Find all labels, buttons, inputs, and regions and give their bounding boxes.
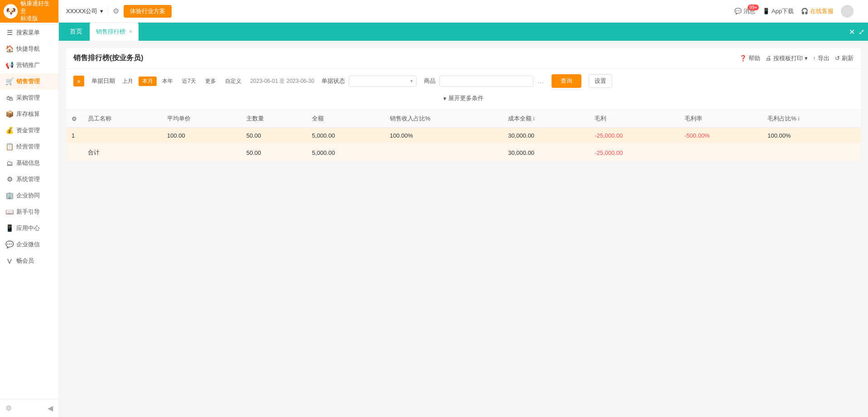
trial-btn[interactable]: 体验行业方案 bbox=[124, 5, 172, 18]
content: 销售排行榜(按业务员) ❓ 帮助 🖨 按模板打印 ▾ ↑ 导出 bbox=[59, 41, 868, 417]
tab-close-icon[interactable]: × bbox=[129, 29, 132, 35]
date-tabs: 上月 本月 本年 近7天 更多 自定义 bbox=[119, 77, 245, 86]
msg-badge: 99+ bbox=[748, 5, 759, 10]
sidebar-item-member[interactable]: V 畅会员 bbox=[0, 253, 58, 269]
topbar-right: 💬 消息 99+ 📱 App下载 🎧 在线客服 bbox=[734, 5, 861, 18]
service-icon: 🎧 bbox=[801, 8, 808, 14]
profit-ratio-info-icon[interactable]: ℹ bbox=[798, 116, 800, 122]
print-btn[interactable]: 🖨 按模板打印 ▾ bbox=[766, 54, 808, 62]
tab-sales-ranking[interactable]: 销售排行榜 × bbox=[90, 23, 139, 41]
cell-profit-0: -25,000.00 bbox=[589, 128, 679, 144]
sidebar-item-quick-nav[interactable]: 🏠 快捷导航 bbox=[0, 41, 58, 57]
col-settings: ⚙ bbox=[66, 110, 82, 128]
footer-profit-rate bbox=[679, 144, 762, 162]
expand-more-btn[interactable]: ▾ 展开更多条件 bbox=[440, 92, 487, 104]
msg-icon: 💬 bbox=[734, 8, 742, 14]
refresh-btn[interactable]: ↺ 刷新 bbox=[835, 54, 854, 62]
date-tab-this-month[interactable]: 本月 bbox=[139, 77, 157, 86]
sidebar-label-wechat: 企业微信 bbox=[16, 240, 40, 249]
footer-profit-ratio bbox=[762, 144, 861, 162]
filter-area: » 单据日期 上月 本月 本年 近7天 更多 自定义 2023-06-01 至 … bbox=[66, 69, 861, 110]
date-tab-this-year[interactable]: 本年 bbox=[158, 77, 177, 86]
sidebar-label-sales: 销售管理 bbox=[16, 77, 40, 86]
sidebar-label-enterprise: 企业协同 bbox=[16, 192, 40, 200]
sidebar-label-operations: 经营管理 bbox=[16, 143, 40, 151]
goods-input[interactable] bbox=[439, 76, 533, 87]
sidebar-icon-member: V bbox=[5, 257, 14, 265]
help-btn[interactable]: ❓ 帮助 bbox=[739, 54, 760, 62]
tab-home[interactable]: 首页 bbox=[62, 23, 90, 41]
sidebar-item-purchase[interactable]: 🛍 采购管理 bbox=[0, 90, 58, 106]
settings-btn[interactable]: 设置 bbox=[589, 74, 612, 88]
sidebar-item-inventory[interactable]: 📦 库存核算 bbox=[0, 106, 58, 122]
logo-icon: 🐶 bbox=[4, 4, 18, 19]
col-sales-ratio: 销售收入占比% bbox=[384, 110, 503, 128]
col-profit-ratio: 毛利占比%ℹ bbox=[762, 110, 861, 128]
export-btn[interactable]: ↑ 导出 bbox=[813, 54, 830, 62]
main: XXXXX公司 ▾ ⚙ 体验行业方案 💬 消息 99+ 📱 App下载 🎧 在线… bbox=[59, 0, 868, 417]
table-footer-row: 合计 50.00 5,000.00 30,000.00 -25,000.00 bbox=[66, 144, 861, 162]
sidebar-item-search-order[interactable]: ☰ 搜索菜单 bbox=[0, 24, 58, 41]
cost-info-icon[interactable]: ℹ bbox=[533, 116, 535, 122]
sidebar-icon-guide: 📖 bbox=[5, 208, 14, 216]
goods-ellipsis-btn[interactable]: … bbox=[537, 77, 544, 85]
cell-avg-price-0: 100.00 bbox=[162, 128, 241, 144]
sidebar-item-finance[interactable]: 💰 资金管理 bbox=[0, 122, 58, 139]
sidebar-label-marketing: 营销推广 bbox=[16, 61, 40, 69]
collapse-icon[interactable]: ◀ bbox=[48, 404, 53, 412]
date-tab-prev-month[interactable]: 上月 bbox=[119, 77, 137, 86]
filter-collapse-btn[interactable]: » bbox=[73, 76, 84, 86]
cell-qty-0: 50.00 bbox=[241, 128, 307, 144]
sidebar-item-base-info[interactable]: 🗂 基础信息 bbox=[0, 155, 58, 171]
sidebar-icon-enterprise: 🏢 bbox=[5, 192, 14, 200]
query-btn[interactable]: 查询 bbox=[551, 74, 581, 88]
cell-sales-ratio-0: 100.00% bbox=[384, 128, 503, 144]
table-row: 1 100.00 50.00 5,000.00 100.00% 30,000.0… bbox=[66, 128, 861, 144]
date-tab-custom[interactable]: 自定义 bbox=[221, 77, 245, 86]
status-select-wrap bbox=[349, 76, 417, 87]
footer-profit: -25,000.00 bbox=[589, 144, 679, 162]
sidebar-item-app-center[interactable]: 📱 应用中心 bbox=[0, 220, 58, 236]
cell-cost-0: 30,000.00 bbox=[503, 128, 589, 144]
date-tab-more[interactable]: 更多 bbox=[201, 77, 220, 86]
sidebar-bottom: ⚙ ◀ bbox=[0, 399, 58, 417]
company-selector[interactable]: XXXXX公司 ▾ bbox=[66, 7, 103, 15]
col-profit-rate: 毛利率 bbox=[679, 110, 762, 128]
topbar-divider bbox=[108, 7, 108, 16]
company-dropdown-icon: ▾ bbox=[100, 8, 103, 14]
sidebar-item-system[interactable]: ⚙ 系统管理 bbox=[0, 171, 58, 187]
date-tab-last7[interactable]: 近7天 bbox=[178, 77, 200, 86]
sidebar-item-guide[interactable]: 📖 新手引导 bbox=[0, 204, 58, 220]
tabbar-right: ✕ ⤢ bbox=[849, 28, 864, 36]
sidebar-label-quick-nav: 快捷导航 bbox=[16, 45, 40, 53]
cell-rank-0: 1 bbox=[66, 128, 82, 144]
msg-btn[interactable]: 💬 消息 99+ bbox=[734, 7, 755, 15]
topbar-settings-icon[interactable]: ⚙ bbox=[113, 7, 119, 15]
cell-amount-0: 5,000.00 bbox=[307, 128, 384, 144]
online-service-btn[interactable]: 🎧 在线客服 bbox=[801, 7, 834, 15]
sidebar-item-enterprise[interactable]: 🏢 企业协同 bbox=[0, 187, 58, 204]
sidebar-logo: 🐶 畅康通好生意 标准版 bbox=[0, 0, 58, 23]
cell-name-0 bbox=[82, 128, 162, 144]
settings-icon[interactable]: ⚙ bbox=[5, 404, 12, 412]
topbar: XXXXX公司 ▾ ⚙ 体验行业方案 💬 消息 99+ 📱 App下载 🎧 在线… bbox=[59, 0, 868, 23]
cell-profit-ratio-0: 100.00% bbox=[762, 128, 861, 144]
company-name: XXXXX公司 bbox=[66, 7, 97, 15]
col-settings-icon[interactable]: ⚙ bbox=[72, 115, 77, 122]
app-download-btn[interactable]: 📱 App下载 bbox=[762, 7, 794, 15]
avatar[interactable] bbox=[841, 5, 854, 18]
sidebar-item-sales[interactable]: 🛒 销售管理 bbox=[0, 73, 58, 90]
tab-close-window-icon[interactable]: ✕ bbox=[849, 28, 855, 36]
status-select[interactable] bbox=[349, 76, 417, 87]
tab-expand-icon[interactable]: ⤢ bbox=[858, 28, 864, 36]
sidebar-label-base-info: 基础信息 bbox=[16, 159, 40, 167]
date-range: 2023-06-01 至 2023-06-30 bbox=[250, 77, 314, 85]
sidebar-item-operations[interactable]: 📋 经营管理 bbox=[0, 139, 58, 155]
table-wrap: ⚙ 员工名称 平均单价 主数量 全额 销售收入占比% 成本全额ℹ bbox=[66, 110, 861, 161]
sidebar-icon-sales: 🛒 bbox=[5, 77, 14, 86]
expand-icon: ▾ bbox=[443, 95, 446, 102]
sidebar-icon-purchase: 🛍 bbox=[5, 94, 14, 102]
goods-label: 商品 bbox=[424, 77, 436, 85]
sidebar-item-wechat[interactable]: 💬 企业微信 bbox=[0, 236, 58, 253]
sidebar-item-marketing[interactable]: 📢 营销推广 bbox=[0, 57, 58, 73]
